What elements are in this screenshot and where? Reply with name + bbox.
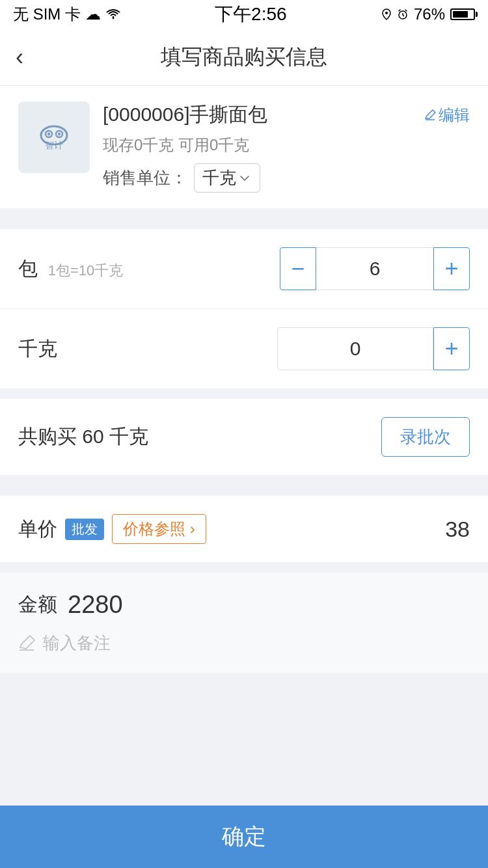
status-bar: 无 SIM 卡 ☁ 下午2:56 76% [0,0,488,29]
battery-icon [450,8,475,20]
confirm-button[interactable]: 确定 [0,806,488,868]
pack-increment-button[interactable]: + [433,247,470,290]
separator-1 [0,219,488,229]
price-label-area: 单价 批发 价格参照 › [18,514,206,544]
kg-controls: + [277,327,470,370]
total-unit: 千克 [109,426,148,447]
amount-value: 2280 [68,591,123,619]
unit-dropdown[interactable]: 千克 [194,163,260,193]
status-right: 76% [381,5,475,23]
location-icon [381,8,392,20]
svg-point-9 [47,133,50,136]
product-name: [0000006]手撕面包 [103,102,267,128]
remark-row[interactable]: 输入备注 [18,632,470,655]
back-button[interactable]: ‹ [16,44,23,71]
unit-label: 销售单位： [103,167,187,189]
pencil-icon [18,635,35,652]
price-label: 单价 [18,516,57,543]
product-stock: 现存0千克 可用0千克 [103,135,470,156]
svg-line-3 [403,15,404,16]
kg-increment-button[interactable]: + [433,327,470,370]
product-info: [0000006]手撕面包 编辑 现存0千克 可用0千克 销售单位： 千克 [103,102,470,193]
edit-icon [424,109,436,121]
price-section: 单价 批发 价格参照 › 38 [0,496,488,562]
pack-input-row: 包 1包=10千克 − + [0,229,488,309]
total-value: 60 [82,426,109,447]
svg-text:智计: 智计 [45,140,63,150]
edit-label: 编辑 [439,105,470,126]
svg-line-5 [405,10,407,11]
quantity-section: 包 1包=10千克 − + 千克 + [0,229,488,388]
kg-input-row: 千克 + [0,309,488,388]
edit-button[interactable]: 编辑 [424,105,470,126]
amount-section: 金额 2280 输入备注 [0,573,488,673]
product-image: 智计 [18,102,90,173]
pack-controls: − + [280,247,470,290]
pack-input[interactable] [316,247,433,290]
unit-value: 千克 [202,167,236,189]
alarm-icon [397,8,409,20]
price-value: 38 [445,517,470,542]
pack-decrement-button[interactable]: − [280,247,316,290]
confirm-label: 确定 [222,822,266,852]
total-section: 共购买 60 千克 录批次 [0,399,488,475]
sim-status: 无 SIM 卡 ☁ [13,4,101,25]
amount-label: 金额 [18,591,57,618]
status-time: 下午2:56 [215,2,287,27]
kg-label: 千克 [18,338,57,359]
total-label: 共购买 [18,426,77,447]
battery-percent: 76% [414,5,445,23]
kg-input[interactable] [277,327,433,370]
empty-space [0,683,488,813]
product-logo: 智计 [34,121,74,154]
chevron-down-icon [240,175,249,182]
total-text: 共购买 60 千克 [18,424,148,450]
price-badge: 批发 [65,519,104,540]
svg-line-4 [399,10,400,11]
batch-button[interactable]: 录批次 [381,417,470,457]
separator-2 [0,485,488,496]
pack-hint: 1包=10千克 [48,262,124,278]
wifi-icon [106,9,120,20]
nav-bar: ‹ 填写商品购买信息 [0,29,488,86]
pack-label: 包 [18,258,38,279]
page-title: 填写商品购买信息 [161,43,327,72]
svg-point-0 [385,12,388,14]
status-left: 无 SIM 卡 ☁ [13,4,120,25]
product-card: 智计 [0000006]手撕面包 编辑 现存0千克 可用0千克 销售单位： 千克 [0,86,488,208]
price-ref-button[interactable]: 价格参照 › [112,514,206,544]
remark-placeholder[interactable]: 输入备注 [43,632,111,655]
svg-point-10 [58,133,61,136]
